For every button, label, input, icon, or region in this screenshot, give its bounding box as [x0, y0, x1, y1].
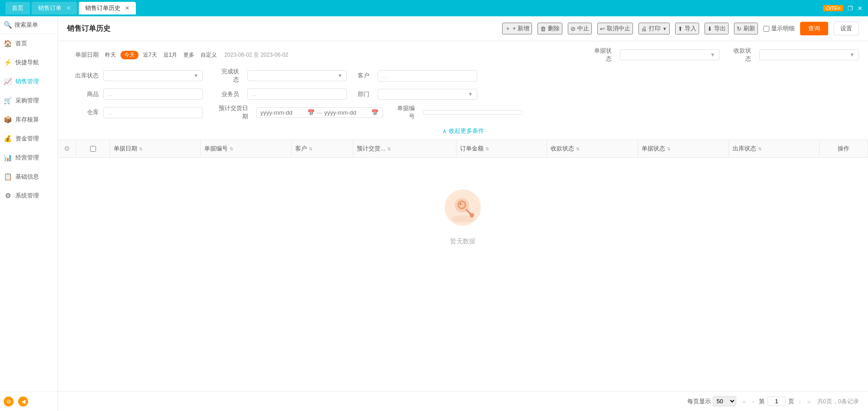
amount-sort-icon: ⇅	[485, 146, 489, 151]
delivery-select[interactable]: ▼	[103, 70, 203, 81]
completion-select-chevron: ▼	[337, 73, 343, 79]
empty-figure-icon	[440, 185, 485, 230]
refresh-button[interactable]: ↻ 刷新	[734, 23, 758, 34]
new-button[interactable]: ＋ + 新增	[502, 23, 532, 34]
page-input[interactable]	[767, 396, 786, 406]
completion-select[interactable]: ▼	[247, 70, 347, 81]
print-icon: 🖨	[641, 25, 647, 32]
salesperson-input[interactable]: ...	[247, 88, 347, 100]
sidebar-item-operations[interactable]: 📊 经营管理	[0, 148, 58, 167]
page-label: 第	[759, 397, 765, 406]
collapse-bar[interactable]: ∧ 收起更多条件	[67, 125, 859, 136]
close-icon[interactable]: ✕	[858, 5, 863, 12]
import-button[interactable]: ⬆ 导入	[675, 23, 699, 34]
th-no[interactable]: 单据编号 ⇅	[201, 140, 292, 158]
calendar-start-icon[interactable]: 📅	[307, 109, 315, 116]
tab-sales-order-history[interactable]: 销售订单历史 ✕	[79, 2, 136, 15]
payment-select[interactable]: ▼	[759, 49, 859, 60]
pagination-bar: 每页显示 50 10 20 100 « ‹ 第 页 › » 共0页，0条记录	[58, 391, 868, 411]
table-settings-icon[interactable]: ⚙	[64, 145, 70, 152]
stop-button[interactable]: ⊘ 中止	[568, 23, 592, 34]
sidebar-item-sales[interactable]: 📈 销售管理	[0, 72, 58, 91]
filter-row-1: 单据日期 昨天 今天 近7天 近1月 更多 自定义 2023-06-02 至 2…	[67, 47, 859, 63]
calendar-end-icon[interactable]: 📅	[371, 109, 379, 116]
settings-button[interactable]: 设置	[834, 22, 859, 35]
th-customer[interactable]: 客户 ⇅	[292, 140, 353, 158]
delivery-date-start-input[interactable]: 📅 — 📅	[256, 107, 383, 118]
sidebar-item-system[interactable]: ⚙ 系统管理	[0, 186, 58, 205]
sidebar-item-finance[interactable]: 💰 资金管理	[0, 129, 58, 148]
date-btn-yesterday[interactable]: 昨天	[103, 51, 118, 59]
print-button[interactable]: 🖨 打印 ▼	[638, 23, 670, 34]
dept-select[interactable]: ▼	[378, 89, 477, 100]
order-no-input[interactable]	[423, 110, 523, 115]
delivery-select-chevron: ▼	[193, 73, 199, 79]
th-amount-label: 订单金额	[460, 145, 484, 153]
sidebar-item-basic-info[interactable]: 📋 基础信息	[0, 167, 58, 186]
tab-sales-order[interactable]: 销售订单 ✕	[32, 2, 77, 15]
date-btn-custom[interactable]: 自定义	[199, 51, 219, 59]
date-btn-1month[interactable]: 近1月	[162, 51, 179, 59]
per-page-select[interactable]: 50 10 20 100	[713, 396, 736, 406]
date-btn-more[interactable]: 更多	[182, 51, 196, 59]
last-page-button[interactable]: »	[806, 397, 813, 406]
empty-state-row: 暂无数据	[58, 158, 868, 273]
tab-sales-order-history-label: 销售订单历史	[85, 4, 120, 12]
th-payment[interactable]: 收款状态 ⇅	[547, 140, 638, 158]
th-checkbox	[76, 140, 110, 158]
product-input[interactable]: ...	[103, 88, 203, 100]
restore-icon[interactable]: ❐	[848, 5, 853, 12]
delivery-label: 出库状态	[67, 72, 103, 80]
sidebar-item-inventory[interactable]: 📦 库存核算	[0, 110, 58, 129]
dept-select-chevron: ▼	[468, 91, 473, 97]
next-page-button[interactable]: ›	[797, 397, 803, 406]
warehouse-input[interactable]: ...	[103, 107, 203, 118]
customer-sort-icon: ⇅	[309, 146, 312, 151]
warehouse-label: 仓库	[67, 108, 103, 116]
page-suffix: 页	[788, 397, 794, 406]
th-delivery[interactable]: 预计交货... ⇅	[353, 140, 456, 158]
th-amount[interactable]: 订单金额 ⇅	[456, 140, 547, 158]
cancel-stop-button[interactable]: ↩ 取消中止	[597, 23, 633, 34]
tab-sales-order-label: 销售订单	[38, 4, 62, 12]
query-label: 查询	[808, 25, 820, 32]
select-all-checkbox[interactable]	[90, 146, 96, 152]
status-select-chevron: ▼	[710, 52, 715, 58]
th-status[interactable]: 单据状态 ⇅	[638, 140, 729, 158]
refresh-label: 刷新	[743, 24, 755, 33]
display-detail-checkbox[interactable]	[763, 26, 769, 32]
date-btn-today[interactable]: 今天	[120, 51, 139, 59]
tabs-area: 首页 销售订单 ✕ 销售订单历史 ✕	[5, 0, 136, 16]
status-select[interactable]: ▼	[620, 49, 719, 60]
filter-row-3: 商品 ... 业务员 ... 部门 ▼	[67, 88, 859, 100]
th-date[interactable]: 单据日期 ⇅	[110, 140, 201, 158]
export-button[interactable]: ⬇ 导出	[705, 23, 729, 34]
tab-sales-order-history-close[interactable]: ✕	[125, 5, 129, 11]
customer-input[interactable]: ...	[378, 70, 477, 82]
first-page-button[interactable]: «	[741, 397, 748, 406]
th-outbound[interactable]: 出库状态 ⇅	[729, 140, 820, 158]
tab-home[interactable]: 首页	[5, 2, 30, 15]
table-body: 暂无数据	[58, 158, 868, 273]
customer-filter-group: 客户 ...	[356, 70, 477, 82]
order-no-filter-group: 单据编号	[392, 104, 523, 121]
page-title: 销售订单历史	[67, 24, 110, 34]
empty-text: 暂无数据	[450, 237, 475, 246]
delete-button[interactable]: 🗑 删除	[537, 23, 562, 34]
tab-sales-order-close[interactable]: ✕	[66, 5, 71, 11]
sidebar-collapse-icon[interactable]: ◀	[18, 396, 28, 406]
sidebar-item-quick-nav[interactable]: ⚡ 快捷导航	[0, 53, 58, 72]
sidebar-settings-icon[interactable]: ⚙	[4, 396, 14, 406]
delivery-date-start-field[interactable]	[260, 109, 306, 116]
th-delivery-label: 预计交货...	[357, 145, 385, 153]
display-detail-toggle[interactable]: 显示明细	[763, 24, 795, 33]
date-btn-7days[interactable]: 近7天	[141, 51, 159, 59]
delivery-date-end-field[interactable]	[324, 109, 369, 116]
prev-page-button[interactable]: ‹	[750, 397, 756, 406]
sidebar-item-purchase[interactable]: 🛒 采购管理	[0, 91, 58, 110]
status-filter-group: 单据状态 ▼	[589, 47, 719, 63]
query-button[interactable]: 查询	[800, 22, 828, 35]
sidebar-item-home[interactable]: 🏠 首页	[0, 34, 58, 53]
sidebar-search[interactable]: 🔍 搜索菜单	[0, 16, 58, 34]
th-action: 操作	[820, 140, 868, 158]
